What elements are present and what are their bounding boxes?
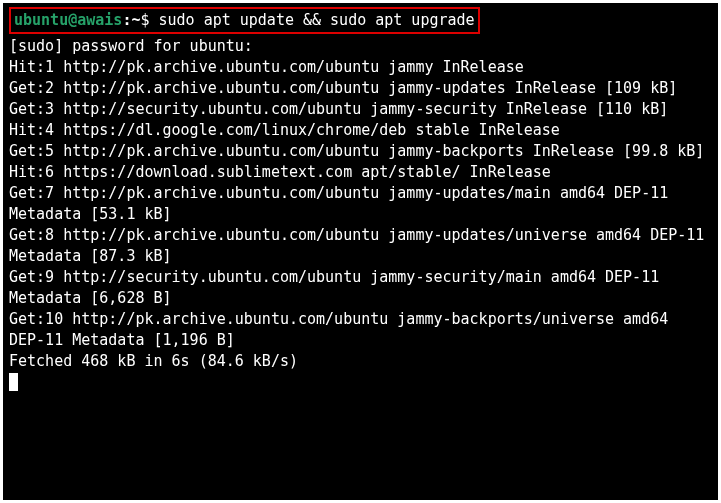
prompt-user-host: ubuntu@awais <box>14 11 122 29</box>
output-line: Get:7 http://pk.archive.ubuntu.com/ubunt… <box>9 183 712 225</box>
cursor-line[interactable] <box>9 372 712 393</box>
output-line: [sudo] password for ubuntu: <box>9 36 712 57</box>
output-line: Hit:6 https://download.sublimetext.com a… <box>9 162 712 183</box>
output-line: Hit:1 http://pk.archive.ubuntu.com/ubunt… <box>9 57 712 78</box>
command-prompt-highlighted: ubuntu@awais:~$ sudo apt update && sudo … <box>9 7 480 34</box>
output-line: Get:8 http://pk.archive.ubuntu.com/ubunt… <box>9 225 712 267</box>
cursor-icon <box>9 373 18 391</box>
terminal-window[interactable]: ubuntu@awais:~$ sudo apt update && sudo … <box>3 3 718 500</box>
output-line: Hit:4 https://dl.google.com/linux/chrome… <box>9 120 712 141</box>
output-line: Get:3 http://security.ubuntu.com/ubuntu … <box>9 99 712 120</box>
output-line: Get:10 http://pk.archive.ubuntu.com/ubun… <box>9 309 712 351</box>
output-line: Fetched 468 kB in 6s (84.6 kB/s) <box>9 351 712 372</box>
command-text: sudo apt update && sudo apt upgrade <box>159 11 475 29</box>
output-line: Get:2 http://pk.archive.ubuntu.com/ubunt… <box>9 78 712 99</box>
output-line: Get:5 http://pk.archive.ubuntu.com/ubunt… <box>9 141 712 162</box>
output-line: Get:9 http://security.ubuntu.com/ubuntu … <box>9 267 712 309</box>
prompt-dollar: $ <box>140 11 158 29</box>
